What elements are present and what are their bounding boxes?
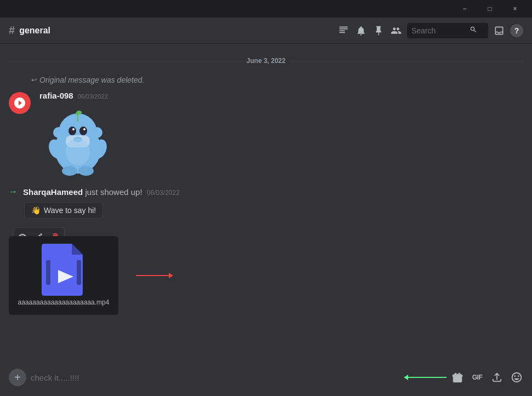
inbox-icon[interactable]	[493, 24, 506, 37]
message-header: rafia-098 06/03/2022	[39, 91, 523, 100]
attachment-wrapper: aaaaaaaaaaaaaaaaaaaaa.mp4	[9, 236, 173, 315]
message-rafia: rafia-098 06/03/2022	[0, 89, 532, 182]
maximize-button[interactable]: □	[477, 0, 502, 18]
sticker-container	[39, 102, 523, 181]
message-input[interactable]	[31, 373, 395, 382]
deleted-message-notice: ↩ Original message was deleted.	[0, 73, 532, 89]
join-time: 06/03/2022	[147, 189, 180, 197]
input-area: + GIF	[0, 359, 532, 396]
svg-rect-16	[46, 260, 50, 285]
input-icons: GIF	[451, 371, 523, 384]
file-icon-svg	[42, 244, 85, 296]
deleted-message-text: Original message was deleted.	[39, 76, 144, 84]
add-button[interactable]: +	[9, 369, 26, 386]
join-desc-text: just showed up!	[85, 187, 142, 197]
titlebar: − □ ×	[0, 0, 532, 18]
green-arrow-line	[408, 377, 447, 378]
close-button[interactable]: ×	[502, 0, 528, 18]
minimize-button[interactable]: −	[452, 0, 477, 18]
channel-header: # general	[0, 18, 532, 44]
join-message: → SharqaHameed just showed up! 06/03/202…	[0, 182, 532, 223]
members-icon[interactable]	[390, 24, 403, 37]
blueberry-sticker	[39, 102, 116, 179]
channel-title: # general	[9, 24, 50, 37]
header-icons: ?	[337, 23, 523, 38]
channel-name: general	[19, 26, 50, 36]
emoji-button[interactable]	[510, 371, 523, 384]
red-arrow	[136, 273, 173, 278]
green-arrow	[404, 375, 447, 380]
join-text: SharqaHameed just showed up! 06/03/2022	[23, 187, 180, 197]
svg-point-15	[66, 138, 90, 165]
search-bar[interactable]	[407, 23, 488, 38]
date-divider-text: June 3, 2022	[247, 57, 285, 65]
file-preview: aaaaaaaaaaaaaaaaaaaaa.mp4	[9, 236, 118, 315]
file-name: aaaaaaaaaaaaaaaaaaaaa.mp4	[18, 299, 110, 306]
threads-icon[interactable]	[337, 24, 350, 37]
reply-icon: ↩	[31, 76, 36, 84]
upload-icon[interactable]	[490, 371, 504, 384]
svg-point-9	[53, 127, 64, 138]
pin-icon[interactable]	[372, 24, 385, 37]
date-divider-line-right	[290, 61, 523, 61]
green-arrow-head	[404, 375, 408, 380]
help-icon[interactable]: ?	[510, 24, 523, 37]
date-divider: June 3, 2022	[0, 53, 532, 69]
username: rafia-098	[39, 91, 73, 100]
wave-label: Wave to say hi!	[44, 206, 96, 215]
svg-point-3	[68, 127, 76, 135]
red-arrow-line	[136, 275, 169, 276]
notification-bell-icon[interactable]	[354, 24, 368, 37]
chat-area: June 3, 2022 ↩ Original message was dele…	[0, 44, 532, 359]
hash-icon: #	[9, 24, 15, 37]
svg-point-13	[62, 166, 77, 176]
search-icon	[470, 26, 477, 35]
date-divider-line-left	[9, 61, 242, 61]
svg-point-14	[78, 166, 94, 176]
svg-point-4	[79, 127, 87, 135]
timestamp: 06/03/2022	[78, 93, 108, 100]
join-username: SharqaHameed	[23, 187, 83, 197]
gift-icon[interactable]	[451, 371, 464, 384]
file-icon-container	[42, 245, 85, 294]
search-input[interactable]	[411, 26, 466, 35]
svg-rect-17	[77, 260, 81, 285]
wave-emoji: 👋	[31, 206, 41, 215]
join-arrow-icon: →	[9, 187, 18, 197]
svg-point-6	[83, 128, 85, 130]
gif-button[interactable]: GIF	[471, 371, 484, 384]
wave-button[interactable]: 👋 Wave to say hi!	[24, 202, 103, 219]
message-content: rafia-098 06/03/2022	[39, 91, 523, 181]
avatar	[9, 92, 31, 114]
svg-point-10	[91, 127, 102, 138]
svg-point-5	[72, 128, 75, 130]
red-arrow-head	[169, 273, 173, 278]
